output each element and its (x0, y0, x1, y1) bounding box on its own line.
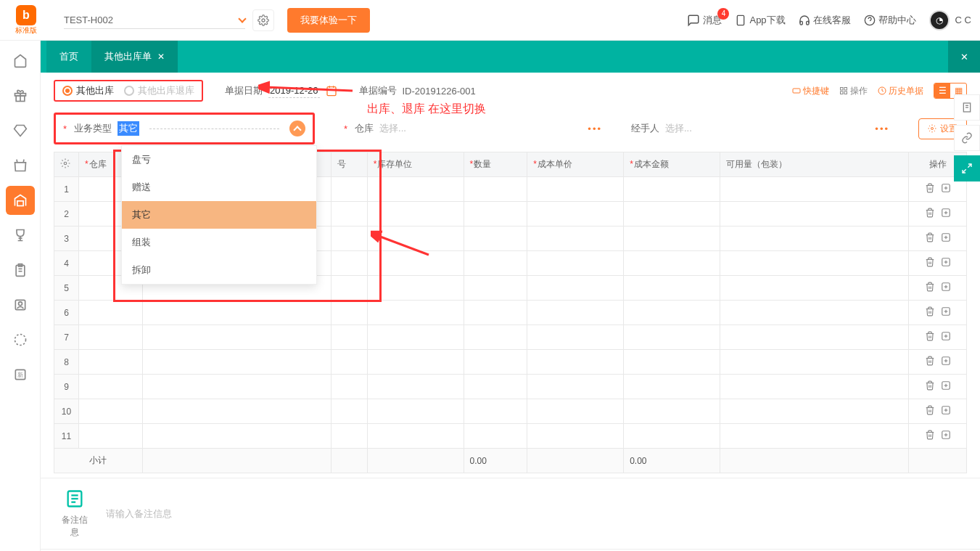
radio-outbound[interactable]: 其他出库 (62, 84, 114, 97)
help-center-button[interactable]: 帮助中心 (864, 14, 916, 27)
tab-active-label: 其他出库单 (104, 50, 152, 63)
add-row-button[interactable] (941, 383, 951, 393)
add-row-button[interactable] (941, 358, 951, 368)
dropdown-option[interactable]: 组装 (122, 229, 316, 256)
delete-row-button[interactable] (925, 333, 935, 343)
messages-button[interactable]: 消息 4 (687, 14, 722, 27)
add-row-button[interactable] (941, 259, 951, 269)
app-download-label: App下载 (749, 14, 785, 27)
delete-row-button[interactable] (925, 259, 935, 269)
rail-link[interactable] (954, 125, 980, 151)
dropdown-option-selected[interactable]: 其它 (122, 201, 316, 229)
col-gear[interactable] (54, 152, 79, 177)
chevron-up-icon[interactable] (289, 121, 305, 136)
row-ops (909, 424, 967, 449)
delete-row-button[interactable] (925, 309, 935, 319)
add-row-button[interactable] (941, 210, 951, 220)
add-row-button[interactable] (941, 284, 951, 294)
bag-icon (13, 158, 28, 173)
dropdown-option[interactable]: 赠送 (122, 174, 316, 201)
nav-warehouse[interactable] (6, 186, 35, 215)
svg-rect-24 (841, 91, 844, 94)
rail-expand[interactable] (954, 155, 980, 181)
rail-notes[interactable] (954, 94, 980, 121)
handler-label: 经手人 (631, 122, 659, 135)
nav-bag[interactable] (6, 151, 35, 180)
calendar-icon (326, 85, 337, 97)
row-index: 7 (54, 325, 79, 350)
close-all-tabs-button[interactable]: ✕ (948, 41, 980, 73)
delete-row-button[interactable] (925, 432, 935, 442)
row-index: 8 (54, 350, 79, 375)
history-link[interactable]: 历史单据 (878, 85, 923, 97)
table-row[interactable]: 10 (54, 399, 967, 424)
delete-row-button[interactable] (925, 185, 935, 195)
delete-row-button[interactable] (925, 234, 935, 245)
warehouse-select[interactable]: * 仓库 选择... ••• (344, 122, 602, 135)
warehouse-placeholder: 选择... (379, 122, 406, 135)
table-row[interactable]: 11 (54, 424, 967, 449)
tab-close-icon[interactable]: ✕ (157, 52, 165, 62)
app-download-button[interactable]: App下载 (735, 14, 785, 27)
add-row-button[interactable] (941, 309, 951, 319)
dropdown-option[interactable]: 拆卸 (122, 256, 316, 284)
nav-home[interactable] (6, 46, 35, 75)
doc-date-field[interactable]: 单据日期 2019-12-26 (225, 83, 337, 98)
trash-icon (925, 232, 935, 242)
customer-service-button[interactable]: 在线客服 (799, 14, 851, 27)
nav-contact[interactable] (6, 290, 35, 319)
handler-select[interactable]: 经手人 选择... ••• (631, 122, 889, 135)
table-row[interactable]: 6 (54, 301, 967, 325)
add-row-button[interactable] (941, 234, 951, 245)
tab-home[interactable]: 首页 (46, 41, 91, 73)
nav-diamond[interactable] (6, 116, 35, 145)
settings-gear-button[interactable] (252, 9, 274, 31)
logo-icon: b (16, 5, 36, 25)
plus-square-icon (941, 208, 951, 218)
svg-rect-1 (738, 15, 744, 25)
nav-clipboard[interactable] (6, 256, 35, 285)
nav-gift[interactable] (6, 81, 35, 110)
trash-icon (925, 208, 935, 218)
tab-other-outbound[interactable]: 其他出库单 ✕ (91, 41, 178, 73)
delete-row-button[interactable] (925, 407, 935, 417)
content: 其他出库 其他出库退库 单据日期 2019-12-26 单据编号 ID-2019… (41, 73, 980, 551)
business-type-select[interactable]: * 业务类型 其它 盘亏 赠送 其它 组装 拆卸 (54, 113, 315, 144)
org-selector[interactable]: TEST-H002 (64, 12, 245, 29)
delete-row-button[interactable] (925, 284, 935, 294)
add-row-button[interactable] (941, 432, 951, 442)
add-row-button[interactable] (941, 185, 951, 195)
dropdown-option[interactable]: 盘亏 (122, 146, 316, 174)
delete-row-button[interactable] (925, 383, 935, 393)
shortcut-link[interactable]: 快捷键 (792, 85, 829, 97)
ellipsis-icon[interactable]: ••• (875, 123, 889, 134)
ops-link[interactable]: 操作 (839, 85, 868, 97)
main-area: 首页 其他出库单 ✕ ✕ 其他出库 其他出库退库 (41, 41, 980, 551)
user-menu[interactable]: ◔ C C (929, 10, 971, 30)
nav-new[interactable]: 新 (6, 360, 35, 389)
subtotal-amount: 0.00 (624, 449, 720, 473)
gear-icon (258, 15, 269, 26)
nav-loading[interactable] (6, 325, 35, 354)
required-star: * (344, 123, 347, 134)
svg-line-71 (968, 164, 971, 168)
remark-input[interactable] (102, 504, 960, 523)
nav-money[interactable] (6, 221, 35, 250)
table-row[interactable]: 9 (54, 375, 967, 399)
avatar-icon: ◔ (929, 10, 950, 30)
ellipsis-icon[interactable]: ••• (588, 123, 602, 134)
doc-header: 其他出库 其他出库退库 单据日期 2019-12-26 单据编号 ID-2019… (41, 73, 980, 110)
diamond-icon (13, 123, 28, 138)
radio-return[interactable]: 其他出库退库 (124, 84, 194, 97)
delete-row-button[interactable] (925, 358, 935, 368)
table-row[interactable]: 8 (54, 350, 967, 375)
view-list[interactable]: ☰ (934, 83, 950, 98)
add-row-button[interactable] (941, 333, 951, 343)
doc-type-radio-group: 其他出库 其他出库退库 (54, 80, 203, 102)
table-row[interactable]: 7 (54, 325, 967, 350)
add-row-button[interactable] (941, 407, 951, 417)
svg-point-0 (262, 19, 265, 22)
row-index: 4 (54, 251, 79, 276)
try-button[interactable]: 我要体验一下 (287, 8, 370, 33)
delete-row-button[interactable] (925, 210, 935, 220)
